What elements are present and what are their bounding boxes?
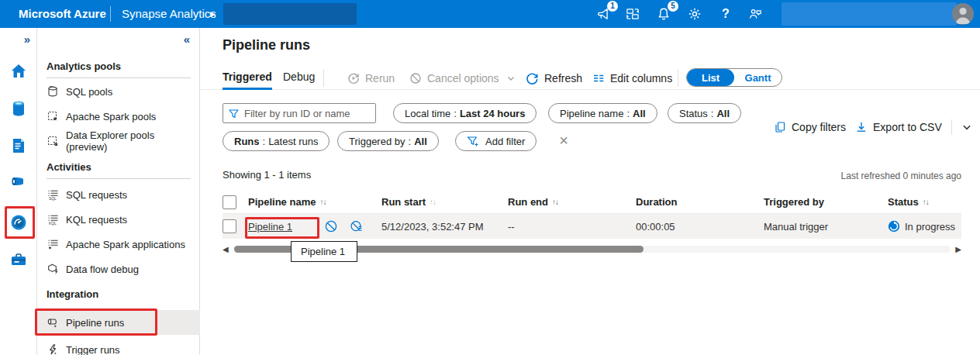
- tab-debug[interactable]: Debug: [283, 67, 315, 90]
- help-button[interactable]: ?: [716, 5, 736, 23]
- spark-pool-icon: [47, 110, 59, 122]
- switch-directory-button[interactable]: [623, 5, 643, 23]
- column-header-run-start[interactable]: Run start ↑↓: [381, 196, 508, 208]
- nav-home-button[interactable]: [9, 62, 28, 81]
- filter-pill-pipeline-name[interactable]: Pipeline name : All: [548, 103, 657, 123]
- nav-monitor-button[interactable]: [9, 213, 28, 232]
- column-header-pipeline-name[interactable]: Pipeline name ↑↓: [248, 196, 381, 208]
- table-actions: Copy filters Export to CSV: [774, 118, 972, 136]
- pipeline-run-link[interactable]: Pipeline 1: [248, 221, 292, 233]
- sidebar-item-pipeline-runs[interactable]: Pipeline runs: [37, 310, 200, 335]
- rerun-label: Rerun: [365, 72, 395, 84]
- pill-separator: :: [626, 108, 630, 119]
- sort-arrows-icon: ↑↓: [552, 198, 558, 206]
- filter-pill-triggered-by[interactable]: Triggered by : All: [337, 131, 439, 151]
- tab-strip: Triggered Debug Rerun Cancel options: [200, 67, 980, 90]
- scroll-left-icon[interactable]: ◀: [223, 245, 229, 253]
- copy-filters-label: Copy filters: [792, 121, 846, 133]
- view-toggle-list[interactable]: List: [687, 69, 734, 86]
- sidebar-item-apache-spark-pools[interactable]: Apache Spark pools: [47, 105, 191, 128]
- pill-value: All: [716, 108, 730, 119]
- table-row: Pipeline 1 5/12/2023, 3:52:47 PM -- 00:0…: [223, 214, 961, 239]
- pipeline-icon: [9, 172, 28, 191]
- pipeline-runs-icon: [47, 316, 59, 329]
- pipeline-runs-main: Pipeline runs Triggered Debug Rerun Canc…: [200, 28, 980, 355]
- notifications-button[interactable]: 5: [654, 5, 674, 23]
- document-icon: [9, 136, 28, 155]
- column-label: Run start: [381, 196, 426, 208]
- scroll-right-icon[interactable]: ▶: [955, 245, 961, 253]
- gauge-monitor-icon: [9, 213, 28, 232]
- column-header-triggered-by[interactable]: Triggered by: [764, 196, 888, 208]
- synapse-monitor-page: Microsoft Azure Synapse Analytics ▶ 1: [0, 0, 980, 355]
- cancel-options-button[interactable]: Cancel options: [409, 68, 516, 88]
- nav-data-button[interactable]: [9, 99, 28, 118]
- nav-manage-button[interactable]: [9, 250, 28, 269]
- database-icon: [9, 99, 28, 118]
- export-csv-button[interactable]: Export to CSV: [855, 121, 942, 133]
- toolbox-icon: [9, 250, 28, 269]
- select-all-checkbox[interactable]: [223, 195, 236, 209]
- pill-label: Status: [679, 108, 708, 119]
- expand-rail-icon[interactable]: »: [24, 33, 30, 46]
- announcements-badge: 1: [607, 1, 618, 12]
- pill-value: Last 24 hours: [460, 108, 526, 119]
- tab-triggered[interactable]: Triggered: [223, 67, 272, 90]
- cancel-recursive-icon[interactable]: [350, 219, 364, 233]
- azure-brand[interactable]: Microsoft Azure: [19, 0, 106, 28]
- feedback-icon: [748, 7, 763, 21]
- filter-pill-status[interactable]: Status : All: [668, 103, 741, 123]
- sidebar-item-kql-requests[interactable]: KQL KQL requests: [47, 208, 191, 231]
- refresh-button[interactable]: Refresh: [526, 68, 582, 88]
- row-checkbox[interactable]: [223, 219, 236, 233]
- sidebar-item-trigger-runs[interactable]: Trigger runs: [47, 338, 191, 355]
- cancel-run-icon[interactable]: [324, 219, 338, 233]
- search-box-redacted: [782, 2, 957, 26]
- status-label: In progress: [905, 221, 955, 233]
- pill-separator: :: [409, 136, 412, 147]
- actions-divider: [951, 119, 952, 135]
- column-label: Duration: [636, 196, 677, 208]
- pill-separator: :: [711, 108, 714, 119]
- filter-pill-runs[interactable]: Runs : Latest runs: [223, 131, 330, 151]
- column-header-status[interactable]: Status ↑↓: [888, 196, 961, 208]
- add-filter-funnel-icon: [467, 135, 479, 147]
- pill-label: Runs: [234, 136, 260, 147]
- collapse-sidebar-icon[interactable]: «: [184, 33, 190, 46]
- edit-columns-button[interactable]: Edit columns: [592, 68, 672, 88]
- add-filter-button[interactable]: Add filter: [455, 131, 537, 151]
- home-icon: [9, 62, 28, 81]
- column-header-duration[interactable]: Duration: [636, 196, 764, 208]
- product-name[interactable]: Synapse Analytics: [122, 0, 216, 28]
- trigger-runs-icon: [47, 343, 59, 355]
- view-toggle-gantt[interactable]: Gantt: [734, 69, 782, 86]
- run-filter-input[interactable]: [244, 108, 371, 119]
- section-divider: [47, 178, 191, 179]
- column-header-run-end[interactable]: Run end ↑↓: [508, 196, 636, 208]
- column-label: Status: [888, 196, 919, 208]
- sidebar-item-data-flow-debug[interactable]: Data flow debug: [47, 257, 191, 281]
- account-avatar[interactable]: [952, 3, 974, 25]
- add-filter-label: Add filter: [485, 136, 525, 147]
- section-title-activities: Activities: [47, 161, 191, 173]
- sidebar-item-sql-pools[interactable]: SQL pools: [47, 80, 191, 103]
- rerun-button[interactable]: Rerun: [347, 68, 395, 88]
- filter-funnel-icon: [228, 108, 240, 119]
- pipeline-name-cell: Pipeline 1: [248, 219, 381, 233]
- sidebar-item-label: SQL requests: [66, 189, 127, 201]
- nav-develop-button[interactable]: [9, 136, 28, 155]
- clear-filters-icon[interactable]: ×: [555, 133, 572, 150]
- filter-pill-local-time[interactable]: Local time : Last 24 hours: [393, 103, 537, 123]
- nav-integrate-button[interactable]: [9, 172, 28, 191]
- sidebar-item-data-explorer-pools[interactable]: Data Explorer pools (preview): [47, 129, 191, 153]
- sort-arrows-icon: ↑↓: [319, 198, 326, 206]
- copy-filters-button[interactable]: Copy filters: [774, 121, 846, 133]
- refresh-label: Refresh: [544, 72, 582, 84]
- sidebar-item-sql-requests[interactable]: SQL SQL requests: [47, 183, 191, 206]
- settings-button[interactable]: [685, 5, 705, 23]
- feedback-button[interactable]: [745, 5, 765, 23]
- sidebar-item-apache-spark-applications[interactable]: Apache Spark applications: [47, 233, 191, 256]
- more-actions-chevron-icon[interactable]: [961, 122, 972, 133]
- page-title: Pipeline runs: [223, 37, 310, 53]
- announcements-button[interactable]: 1: [593, 5, 613, 23]
